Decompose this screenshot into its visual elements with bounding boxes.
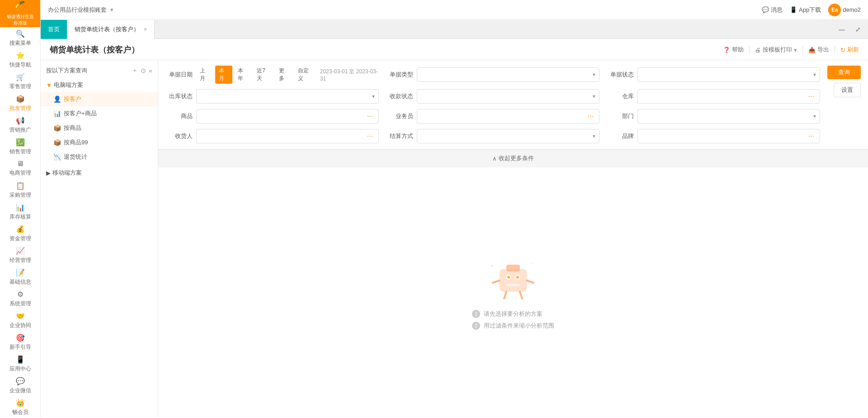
- out-status-select[interactable]: ▾: [196, 89, 379, 104]
- tab-sales-stat-close[interactable]: ×: [144, 26, 147, 33]
- print-btn[interactable]: 🖨 按模板打印 ▾: [755, 46, 797, 54]
- sidebar-item-wholesale-mgmt[interactable]: 📦 批发管理: [0, 92, 40, 114]
- tab-sales-stat[interactable]: 销货单统计表（按客户） ×: [67, 20, 155, 39]
- enterprise-coop-icon: 🤝: [16, 312, 25, 320]
- goods-label: 商品: [165, 112, 193, 120]
- sidebar-item-sales-mgmt[interactable]: 💹 销售管理: [0, 136, 40, 157]
- date-tab-current-month[interactable]: 本月: [215, 66, 232, 84]
- tab-home-label: 首页: [48, 25, 60, 33]
- scheme-collapse-icon[interactable]: «: [149, 67, 152, 74]
- user-profile[interactable]: Ea demo2: [828, 4, 861, 16]
- filter-cell-out-status: 出库状态 ▾: [165, 89, 379, 104]
- tab-minimize-btn[interactable]: —: [835, 23, 848, 36]
- return-stat-icon: 📉: [53, 153, 61, 161]
- svg-point-5: [516, 276, 519, 279]
- scheme-item-by-goods-99[interactable]: 📦 按商品99: [41, 135, 158, 150]
- date-tab-more[interactable]: 更多: [275, 66, 292, 84]
- sidebar-item-retail-mgmt[interactable]: 🛒 零售管理: [0, 71, 40, 92]
- tab-home[interactable]: 首页: [41, 20, 67, 39]
- sidebar-item-stock-check[interactable]: 📊 库存核算: [0, 201, 40, 223]
- sidebar-navigation: 🔍 搜索菜单 ⭐ 快捷导航 🛒 零售管理 📦 批发管理 📢 营销推广 💹 销售管…: [0, 27, 40, 418]
- brand-dots[interactable]: ···: [807, 132, 816, 140]
- sidebar-item-enterprise-coop[interactable]: 🤝 企业协同: [0, 309, 40, 331]
- divider2: [802, 46, 803, 53]
- date-tab-custom[interactable]: 自定义: [294, 66, 316, 84]
- filter-row-2: 出库状态 ▾ 收款状态: [165, 89, 820, 104]
- sidebar-item-purchase[interactable]: 📋 采购管理: [0, 179, 40, 201]
- date-filter-control: 上月 本月 本年 近7天 更多 自定义 2023-03-01 至 2023-03…: [196, 66, 379, 84]
- payment-chevron: ▾: [593, 133, 595, 139]
- receiver-dots[interactable]: ···: [365, 132, 375, 140]
- order-type-label: 单据类型: [386, 71, 413, 79]
- date-tab-last-month[interactable]: 上月: [196, 66, 213, 84]
- payment-select[interactable]: ▾: [417, 129, 599, 143]
- logo-name: 畅捷通好生意: [7, 14, 34, 20]
- scheme-item-by-customer-goods[interactable]: 📊 按客户+商品: [41, 106, 158, 121]
- setting-btn[interactable]: 设置: [834, 83, 861, 97]
- scheme-item-by-goods[interactable]: 📦 按商品: [41, 121, 158, 135]
- sidebar-item-newbie[interactable]: 🎯 新手引导: [0, 331, 40, 353]
- tab-maximize-btn[interactable]: ⤢: [852, 23, 864, 36]
- topbar-right: 💬 消息 📱 App下载 Ea demo2: [762, 4, 861, 16]
- filter-row-4: 收货人 ··· 结算方式: [165, 129, 820, 143]
- logo-sub: 标准版: [14, 20, 27, 26]
- chevron-down-icon: ▼: [46, 82, 52, 89]
- scheme-header: 按以下方案查询 ＋ ⊙ «: [41, 65, 158, 78]
- goods-dots[interactable]: ···: [365, 112, 375, 120]
- sales-mgmt-icon: 💹: [16, 138, 25, 147]
- sidebar-item-search-menu[interactable]: 🔍 搜索菜单: [0, 27, 40, 49]
- receipt-status-select[interactable]: ▾: [417, 89, 599, 104]
- date-tab-7days[interactable]: 近7天: [253, 66, 273, 84]
- order-type-select[interactable]: ▾: [417, 67, 599, 82]
- scheme-item-label: 按客户: [64, 95, 81, 103]
- sidebar-item-enterprise-wechat[interactable]: 💬 企业微信: [0, 375, 40, 396]
- sidebar-item-member[interactable]: 👑 畅会员: [0, 396, 40, 418]
- sidebar-item-finance[interactable]: 💰 资金管理: [0, 223, 40, 244]
- refresh-btn[interactable]: ↻ 刷新: [840, 46, 859, 54]
- scheme-settings-icon[interactable]: ⊙: [141, 67, 146, 74]
- svg-line-7: [493, 280, 500, 283]
- query-btn[interactable]: 查询: [827, 66, 861, 79]
- help-icon: ❓: [723, 47, 730, 53]
- warehouse-select[interactable]: ···: [637, 89, 820, 104]
- sidebar-item-ecommerce[interactable]: 🖥 电商管理: [0, 157, 40, 179]
- sidebar-item-system[interactable]: ⚙ 系统管理: [0, 288, 40, 309]
- sidebar-item-operation[interactable]: 📈 经营管理: [0, 244, 40, 266]
- sidebar-item-quick-nav[interactable]: ⭐ 快捷导航: [0, 49, 40, 71]
- filter-row-1: 单据日期 上月 本月 本年 近7天 更多 自定义 2023-03-01 至 20…: [165, 66, 820, 84]
- scheme-group-desktop-title[interactable]: ▼ 电脑端方案: [41, 78, 158, 92]
- system-icon: ⚙: [17, 290, 24, 299]
- industry-name: 办公用品行业模拟账套: [48, 6, 107, 14]
- scheme-item-by-customer[interactable]: 👤 按客户: [41, 92, 158, 106]
- department-chevron: ▾: [813, 113, 816, 119]
- app-download-btn[interactable]: 📱 App下载: [790, 6, 821, 14]
- filter-row-3: 商品 ··· 业务员: [165, 109, 820, 124]
- scheme-add-icon[interactable]: ＋: [132, 66, 138, 75]
- order-status-select[interactable]: ▾: [637, 67, 820, 82]
- salesperson-dots[interactable]: ···: [586, 112, 595, 120]
- sidebar-item-marketing[interactable]: 📢 营销推广: [0, 114, 40, 136]
- chevron-up-icon: ∧: [492, 155, 497, 162]
- main-wrap: 办公用品行业模拟账套 ▾ 💬 消息 📱 App下载 Ea demo2 首页 销货…: [41, 0, 868, 418]
- collapse-bar[interactable]: ∧ 收起更多条件: [158, 149, 868, 167]
- salesperson-select[interactable]: ···: [417, 109, 599, 124]
- sidebar-item-app-center[interactable]: 📱 应用中心: [0, 353, 40, 375]
- sidebar-item-basic-info[interactable]: 📝 基础信息: [0, 266, 40, 288]
- department-select[interactable]: ▾: [637, 109, 820, 124]
- scheme-title: 按以下方案查询: [46, 66, 87, 75]
- chevron-right-icon: ▶: [46, 170, 51, 176]
- date-tab-current-year[interactable]: 本年: [234, 66, 251, 84]
- industry-dropdown-icon[interactable]: ▾: [110, 6, 113, 13]
- help-btn[interactable]: ❓ 帮助: [723, 46, 744, 54]
- tabbar: 首页 销货单统计表（按客户） × — ⤢: [41, 20, 868, 39]
- brand-select[interactable]: ···: [637, 129, 820, 143]
- message-btn[interactable]: 💬 消息: [762, 6, 783, 14]
- scheme-group-mobile-title[interactable]: ▶ 移动端方案: [41, 166, 158, 180]
- wholesale-mgmt-icon: 📦: [16, 95, 25, 103]
- goods-select[interactable]: ···: [196, 109, 379, 124]
- export-btn[interactable]: 📤 导出: [808, 46, 829, 54]
- scheme-item-return-stat[interactable]: 📉 退货统计: [41, 150, 158, 164]
- warehouse-dots[interactable]: ···: [807, 92, 816, 100]
- receiver-select[interactable]: ···: [196, 129, 379, 143]
- help-label: 帮助: [732, 46, 744, 54]
